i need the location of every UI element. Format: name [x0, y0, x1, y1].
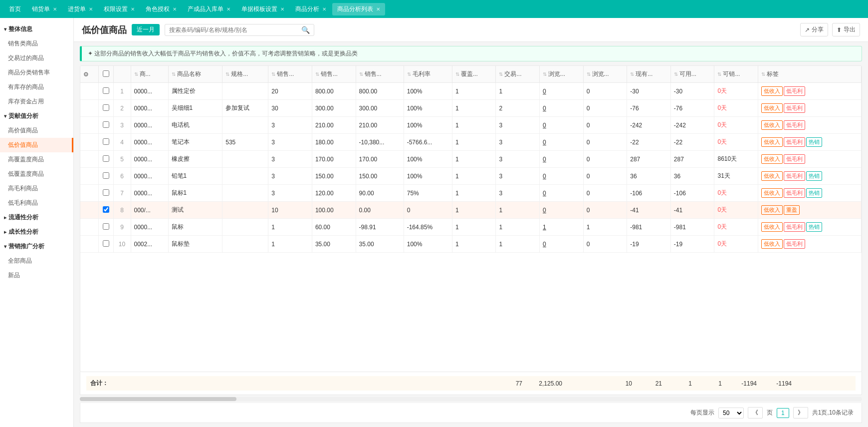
nav-close-icon[interactable]: ✕ — [376, 6, 380, 12]
sidebar-item-category-rate[interactable]: 商品分类销售率 — [0, 65, 73, 80]
cell-checkbox[interactable] — [98, 83, 113, 100]
sidebar-item-stocked-goods[interactable]: 有库存的商品 — [0, 80, 73, 94]
export-button[interactable]: ⬆ 导出 — [832, 23, 860, 36]
sidebar-group-circulation[interactable]: ▸ 流通性分析 — [0, 210, 73, 225]
col-checkbox-all[interactable] — [98, 66, 113, 83]
cell-checkbox[interactable] — [98, 219, 113, 236]
nav-close-icon[interactable]: ✕ — [53, 6, 57, 12]
row-checkbox[interactable] — [103, 155, 109, 162]
sidebar-item-high-margin[interactable]: 高毛利商品 — [0, 181, 73, 196]
browse-link[interactable]: 0 — [543, 88, 546, 95]
sidebar-group-overall[interactable]: ▾ 整体信息 — [0, 22, 73, 36]
sidebar-group-contribution[interactable]: ▾ 贡献值分析 — [0, 109, 73, 123]
nav-close-icon[interactable]: ✕ — [131, 6, 135, 12]
cell-checkbox[interactable] — [98, 185, 113, 202]
sidebar-item-low-margin[interactable]: 低毛利商品 — [0, 196, 73, 210]
share-button[interactable]: ↗ 分享 — [800, 23, 828, 36]
cell-checkbox[interactable] — [98, 202, 113, 219]
nav-home[interactable]: 首页 — [4, 3, 26, 15]
col-stock[interactable]: ⇅ 现有... — [627, 66, 671, 83]
row-checkbox[interactable] — [103, 104, 109, 111]
cell-browse1[interactable]: 0 — [540, 202, 584, 219]
browse-link[interactable]: 0 — [543, 190, 546, 197]
date-filter-button[interactable]: 近一月 — [132, 24, 160, 35]
sidebar-item-stock-funds[interactable]: 库存资金占用 — [0, 94, 73, 109]
sidebar-item-all-goods[interactable]: 全部商品 — [0, 254, 73, 268]
cell-browse1[interactable]: 1 — [540, 219, 584, 236]
sidebar-item-new-goods[interactable]: 新品 — [0, 268, 73, 283]
col-browse2[interactable]: ⇅ 浏览... — [583, 66, 627, 83]
col-tags[interactable]: ⇅ 标签 — [758, 66, 862, 83]
cell-browse1[interactable]: 0 — [540, 151, 584, 168]
horizontal-scrollbar[interactable] — [80, 397, 862, 401]
row-checkbox[interactable] — [103, 121, 109, 128]
nav-close-icon[interactable]: ✕ — [280, 6, 284, 12]
nav-role-auth[interactable]: 角色授权 ✕ — [141, 3, 182, 15]
browse-link[interactable]: 0 — [543, 122, 546, 129]
nav-permission-settings[interactable]: 权限设置 ✕ — [99, 3, 140, 15]
row-checkbox[interactable] — [103, 240, 109, 247]
cell-browse1[interactable]: 0 — [540, 134, 584, 151]
next-page-button[interactable]: 》 — [793, 407, 808, 419]
col-coverage[interactable]: ⇅ 覆盖... — [452, 66, 496, 83]
prev-page-button[interactable]: 《 — [748, 407, 763, 419]
nav-sales-order[interactable]: 销货单 ✕ — [27, 3, 62, 15]
row-checkbox[interactable] — [103, 172, 109, 179]
cell-checkbox[interactable] — [98, 134, 113, 151]
col-saleable[interactable]: ⇅ 可销... — [714, 66, 758, 83]
nav-close-icon[interactable]: ✕ — [173, 6, 177, 12]
nav-product-analysis-list[interactable]: 商品分析列表 ✕ — [332, 3, 385, 15]
sidebar-group-marketing[interactable]: ▾ 营销推广分析 — [0, 239, 73, 254]
scrollbar-thumb[interactable] — [80, 397, 236, 401]
nav-template-settings[interactable]: 单据模板设置 ✕ — [236, 3, 289, 15]
nav-close-icon[interactable]: ✕ — [89, 6, 93, 12]
col-sale3[interactable]: ⇅ 销售... — [356, 66, 404, 83]
cell-checkbox[interactable] — [98, 168, 113, 185]
sidebar-item-high-coverage[interactable]: 高覆盖度商品 — [0, 152, 73, 167]
row-checkbox[interactable] — [103, 206, 109, 213]
row-checkbox[interactable] — [103, 138, 109, 145]
col-code[interactable]: ⇅ 商... — [131, 66, 168, 83]
col-trade[interactable]: ⇅ 交易... — [496, 66, 540, 83]
browse-link[interactable]: 0 — [543, 207, 546, 214]
col-name[interactable]: ⇅ 商品名称 — [168, 66, 222, 83]
cell-browse1[interactable]: 0 — [540, 83, 584, 100]
row-checkbox[interactable] — [103, 223, 109, 230]
row-checkbox[interactable] — [103, 189, 109, 196]
col-sale1[interactable]: ⇅ 销售... — [268, 66, 312, 83]
browse-link[interactable]: 0 — [543, 241, 546, 248]
cell-checkbox[interactable] — [98, 117, 113, 134]
col-sale2[interactable]: ⇅ 销售... — [312, 66, 356, 83]
sidebar-item-traded-goods[interactable]: 交易过的商品 — [0, 51, 73, 65]
cell-checkbox[interactable] — [98, 151, 113, 168]
cell-browse1[interactable]: 0 — [540, 185, 584, 202]
cell-checkbox[interactable] — [98, 100, 113, 117]
browse-link[interactable]: 0 — [543, 139, 546, 146]
sidebar-item-low-coverage[interactable]: 低覆盖度商品 — [0, 167, 73, 181]
sidebar-item-low-value[interactable]: 低价值商品 — [0, 138, 73, 152]
browse-link[interactable]: 0 — [543, 173, 546, 180]
search-icon[interactable]: 🔍 — [301, 26, 310, 34]
col-settings[interactable]: ⚙ — [80, 66, 98, 83]
table-container[interactable]: ⚙ ⇅ 商... ⇅ 商品名称 — [80, 65, 862, 372]
nav-close-icon[interactable]: ✕ — [322, 6, 326, 12]
nav-product-warehouse[interactable]: 产成品入库单 ✕ — [183, 3, 235, 15]
sidebar-group-growth[interactable]: ▸ 成长性分析 — [0, 225, 73, 239]
col-gross-rate[interactable]: ⇅ 毛利率 — [404, 66, 452, 83]
cell-browse1[interactable]: 0 — [540, 117, 584, 134]
search-input[interactable] — [169, 26, 301, 33]
sidebar-item-high-value[interactable]: 高价值商品 — [0, 123, 73, 138]
nav-close-icon[interactable]: ✕ — [226, 6, 230, 12]
select-all-checkbox[interactable] — [103, 70, 109, 77]
nav-product-analysis[interactable]: 商品分析 ✕ — [290, 3, 331, 15]
col-browse1[interactable]: ⇅ 浏览... — [540, 66, 584, 83]
col-spec[interactable]: ⇅ 规格... — [222, 66, 268, 83]
cell-browse1[interactable]: 0 — [540, 236, 584, 253]
browse-link[interactable]: 1 — [543, 224, 546, 231]
nav-purchase-order[interactable]: 进货单 ✕ — [63, 3, 98, 15]
sidebar-item-sales-goods[interactable]: 销售类商品 — [0, 36, 73, 51]
cell-checkbox[interactable] — [98, 236, 113, 253]
cell-browse1[interactable]: 0 — [540, 168, 584, 185]
browse-link[interactable]: 0 — [543, 105, 546, 112]
browse-link[interactable]: 0 — [543, 156, 546, 163]
